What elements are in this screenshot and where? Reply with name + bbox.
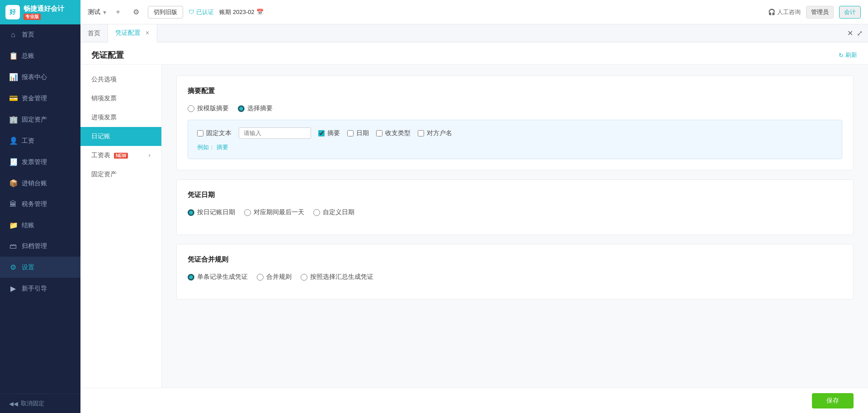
page-header: 凭证配置 ↻ 刷新: [80, 42, 868, 65]
sidebar-item-settings[interactable]: ⚙ 设置: [0, 257, 80, 278]
topbar: 测试 ▾ ＋ ⚙ 切到旧版 🛡 已认证 账期 2023-02 📅 🎧 人工咨询 …: [80, 0, 868, 24]
date-option-journal[interactable]: 按日记账日期: [188, 208, 235, 216]
logo-sub: 专业版: [24, 14, 41, 20]
company-selector[interactable]: 测试 ▾: [88, 8, 106, 16]
sidebar-item-archive[interactable]: 🗃 归档管理: [0, 236, 80, 257]
tax-icon: 🏛: [9, 200, 17, 208]
merge-section: 凭证合并规则 单条记录生成凭证 合并规则 按照选择汇总生成凭证: [176, 244, 854, 300]
summary-checkbox-area: 固定文本 摘要 日期: [188, 120, 842, 159]
check-date[interactable]: 日期: [347, 129, 369, 137]
calendar-icon[interactable]: 📅: [256, 9, 264, 15]
leftnav-public[interactable]: 公共选项: [80, 70, 161, 89]
logo-icon: 好: [5, 5, 20, 19]
sidebar-item-funds[interactable]: 💳 资金管理: [0, 88, 80, 109]
sidebar-item-reports[interactable]: 📊 报表中心: [0, 66, 80, 88]
summary-title: 摘要配置: [188, 87, 842, 95]
fixed-text-input[interactable]: [239, 127, 311, 139]
date-title: 凭证日期: [188, 191, 842, 199]
help-button[interactable]: 🎧 人工咨询: [768, 8, 801, 16]
headset-icon: 🎧: [768, 9, 775, 15]
company-name: 测试: [88, 8, 100, 16]
right-content: 摘要配置 按模版摘要 选择摘要: [162, 65, 868, 388]
reports-icon: 📊: [9, 73, 17, 81]
add-button[interactable]: ＋: [112, 6, 124, 19]
sidebar-item-ledger[interactable]: 📋 总账: [0, 45, 80, 66]
merge-title: 凭证合并规则: [188, 255, 842, 264]
sidebar-item-assets[interactable]: 🏢 固定资产: [0, 109, 80, 130]
summary-section: 摘要配置 按模版摘要 选择摘要: [176, 75, 854, 170]
close-tab-icon[interactable]: ✕: [847, 29, 853, 38]
pin-icon: ◀◀: [9, 400, 18, 407]
tab-close-icon[interactable]: ✕: [145, 30, 150, 36]
payroll-icon: 👤: [9, 136, 17, 145]
sidebar-pin-toggle[interactable]: ◀◀ 取消固定: [0, 394, 80, 413]
sidebar-item-sales[interactable]: 📦 进销台账: [0, 173, 80, 194]
leftnav-payroll[interactable]: 工资表 NEW ›: [80, 146, 161, 165]
content-area: 凭证配置 ↻ 刷新 公共选项 销项发票 进项发票 日记账 工资表 NEW › 固…: [80, 42, 868, 413]
close-books-icon: 📁: [9, 221, 17, 230]
leftnav-journal[interactable]: 日记账: [80, 127, 161, 146]
summary-option-template[interactable]: 按模版摘要: [188, 104, 229, 113]
date-option-period-last[interactable]: 对应期间最后一天: [244, 208, 304, 216]
tab-voucher-config[interactable]: 凭证配置 ✕: [108, 24, 157, 42]
refresh-icon: ↻: [839, 52, 844, 59]
invoice-icon: 🧾: [9, 158, 17, 166]
chevron-right-icon: ›: [148, 151, 151, 159]
leftnav-fixed-assets[interactable]: 固定资产: [80, 165, 161, 184]
summary-option-select[interactable]: 选择摘要: [238, 104, 273, 113]
assets-icon: 🏢: [9, 115, 17, 124]
sidebar-item-tax[interactable]: 🏛 税务管理: [0, 194, 80, 215]
date-option-custom[interactable]: 自定义日期: [313, 208, 354, 216]
ledger-icon: 📋: [9, 52, 17, 60]
funds-icon: 💳: [9, 94, 17, 103]
sidebar-item-guide[interactable]: ▶ 新手引导: [0, 278, 80, 299]
leftnav-sales-invoice[interactable]: 销项发票: [80, 89, 161, 108]
check-counterparty[interactable]: 对方户名: [418, 129, 452, 137]
summary-radio-group: 按模版摘要 选择摘要: [188, 104, 842, 113]
date-radio-group: 按日记账日期 对应期间最后一天 自定义日期: [188, 208, 842, 216]
admin-button[interactable]: 管理员: [806, 6, 834, 19]
page-title: 凭证配置: [91, 50, 124, 61]
period-display: 账期 2023-02 📅: [219, 8, 264, 16]
guide-icon: ▶: [9, 284, 17, 293]
home-icon: ⌂: [9, 31, 17, 39]
tabbar: 首页 凭证配置 ✕ ✕ ⤢: [80, 24, 868, 42]
example-text: 例如： 摘要: [197, 143, 833, 151]
check-payment-type[interactable]: 收支类型: [376, 129, 410, 137]
new-badge: NEW: [114, 153, 128, 159]
sidebar-item-close[interactable]: 📁 结账: [0, 215, 80, 236]
archive-icon: 🗃: [9, 242, 17, 250]
sidebar-logo: 好 畅捷通好会计 专业版: [0, 0, 80, 24]
expand-icon[interactable]: ⤢: [857, 29, 863, 38]
role-button[interactable]: 会计: [839, 6, 861, 19]
check-fixed-text[interactable]: 固定文本: [197, 129, 231, 137]
check-summary[interactable]: 摘要: [318, 129, 340, 137]
sidebar-item-invoice[interactable]: 🧾 发票管理: [0, 151, 80, 173]
refresh-button[interactable]: ↻ 刷新: [839, 51, 857, 59]
merge-radio-group: 单条记录生成凭证 合并规则 按照选择汇总生成凭证: [188, 273, 842, 281]
sales-icon: 📦: [9, 179, 17, 188]
main-area: 测试 ▾ ＋ ⚙ 切到旧版 🛡 已认证 账期 2023-02 📅 🎧 人工咨询 …: [80, 0, 868, 413]
summary-checkbox-row: 固定文本 摘要 日期: [197, 127, 833, 139]
merge-option-by-selection[interactable]: 按照选择汇总生成凭证: [301, 273, 373, 281]
merge-option-rule[interactable]: 合并规则: [257, 273, 292, 281]
sidebar: 好 畅捷通好会计 专业版 ⌂ 首页 📋 总账 📊 报表中心 💳 资金管理 🏢 固…: [0, 0, 80, 413]
footer-bar: 保存: [80, 388, 868, 413]
leftnav-purchase-invoice[interactable]: 进项发票: [80, 108, 161, 127]
shield-icon: 🛡: [189, 9, 194, 15]
company-chevron-icon: ▾: [103, 9, 106, 16]
merge-option-single[interactable]: 单条记录生成凭证: [188, 273, 248, 281]
settings-icon: ⚙: [9, 263, 17, 272]
page-body: 公共选项 销项发票 进项发票 日记账 工资表 NEW › 固定资产 摘要配置: [80, 65, 868, 388]
sidebar-item-payroll[interactable]: 👤 工资: [0, 130, 80, 151]
save-button[interactable]: 保存: [812, 393, 854, 408]
date-section: 凭证日期 按日记账日期 对应期间最后一天 自定义日期: [176, 179, 854, 235]
old-version-button[interactable]: 切到旧版: [148, 6, 183, 19]
logo-title: 畅捷通好会计: [24, 5, 64, 13]
left-nav: 公共选项 销项发票 进项发票 日记账 工资表 NEW › 固定资产: [80, 65, 162, 388]
tab-home[interactable]: 首页: [80, 24, 108, 42]
verified-status: 🛡 已认证: [189, 8, 214, 16]
settings-button[interactable]: ⚙: [130, 6, 142, 19]
sidebar-item-home[interactable]: ⌂ 首页: [0, 24, 80, 45]
